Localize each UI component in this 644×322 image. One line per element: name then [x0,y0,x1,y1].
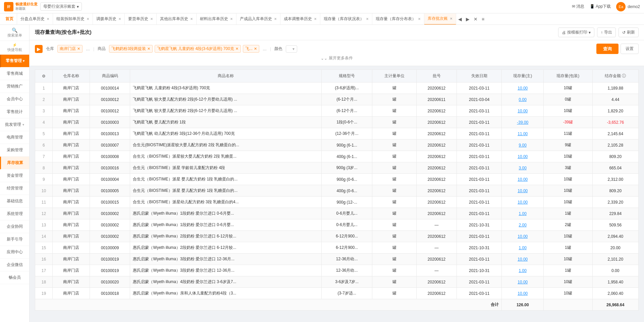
sidebar-item-wholesale[interactable]: 批发管理 ▾ [0,118,29,131]
tab-fenPan[interactable]: 分盘点单历史 ✕ [17,13,53,25]
sidebar-item-basic[interactable]: 基础信息 [0,195,29,208]
sidebar-shortcut[interactable]: ⚡ 快捷导航 [0,41,29,55]
sidebar-item-ecommerce[interactable]: 电商管理 [0,131,29,144]
product-tag-1[interactable]: 飞鹤星飞帆 儿童奶粉 4段(3-6岁适用) 700克 ✕ [155,45,241,53]
settings-button[interactable]: 设置 [621,44,639,54]
row-stock-main[interactable]: -39.00 [502,117,544,128]
row-number: 1 [35,83,53,94]
close-icon[interactable]: ✕ [87,17,89,21]
footer-total-balance: 26,968.64 [592,299,638,311]
store-selector[interactable]: 母婴行业演示账套 ▾ [40,2,82,11]
row-unit: 罐 [372,208,417,219]
close-icon[interactable]: ✕ [190,17,193,21]
sidebar-item-retail-mgmt[interactable]: 零售管理 ▾ [0,55,29,67]
sidebar-item-member2[interactable]: 畅会员 [0,271,29,284]
tab-kuCunZhuangKuang[interactable]: 现存量（库存状况表） ✕ [320,13,372,25]
sidebar-item-wechat[interactable]: 企业微信 [0,259,29,271]
remove-product-2-icon[interactable]: ✕ [254,47,257,51]
row-stock-main[interactable]: 10.00 [502,231,544,242]
row-stock-main[interactable]: 3.00 [502,162,544,174]
sidebar-item-retail-stats[interactable]: 零售统计 [0,106,29,118]
close-icon[interactable]: ✕ [230,17,233,21]
table-row: 12南岸门店00100002惠氏启蒙（Wyeth illuma）1段奶粉 爱尔兰… [35,208,639,219]
row-stock-main[interactable]: 10.00 [502,276,544,288]
sidebar-item-finance[interactable]: 资金管理 [0,169,29,182]
sidebar-item-system[interactable]: 系统管理 [0,208,29,220]
sidebar-item-app-center[interactable]: 应用中心 [0,246,29,259]
col-settings[interactable]: ⚙ [35,70,53,83]
app-download[interactable]: 📱 App下载 [590,4,611,9]
tab-prev-btn[interactable]: ◀ [456,16,464,22]
export-icon: ↑ [601,30,603,35]
close-icon[interactable]: ✕ [418,17,421,21]
tab-menu-btn[interactable]: ≡ [480,16,486,22]
row-batch: 20200612 [416,208,457,219]
remove-product-1-icon[interactable]: ✕ [235,47,238,51]
warehouse-tag[interactable]: 南岸门店 ✕ [57,45,83,53]
export-button[interactable]: ↑ 导出 [597,28,616,37]
close-icon[interactable]: ✕ [47,17,49,21]
tab-home[interactable]: 首页 [2,13,17,25]
expand-filter-button[interactable]: ▶ [35,45,43,53]
sidebar-item-operations[interactable]: 经营管理 [0,182,29,195]
tab-chanChengPin[interactable]: 产成品入库单历史 ✕ [236,13,280,25]
color-select[interactable] [286,45,297,53]
row-stock-main[interactable]: 2.00 [502,219,544,231]
row-stock-main[interactable]: 0.00 [502,94,544,105]
close-icon[interactable]: ✕ [366,17,369,21]
row-stock-main[interactable]: 10.00 [502,105,544,117]
row-stock-main[interactable]: 1.00 [502,242,544,254]
tab-cailiaoChuKu[interactable]: 材料出库单历史 ✕ [197,13,236,25]
close-icon[interactable]: ✕ [314,17,317,21]
tab-kuCunPiCi[interactable]: 库存批次账 ✕ [424,13,456,25]
product-tag-0[interactable]: 飞鹤奶粉3段两提装 ✕ [109,45,153,53]
tab-chengBen[interactable]: 成本调整单历史 ✕ [280,13,320,25]
sidebar-item-guide[interactable]: 新手引导 [0,233,29,246]
sidebar-search[interactable]: 🔍 搜索菜单 [0,25,29,41]
expand-conditions-button[interactable]: ⌄⌄ 展开更多条件 [321,55,353,61]
query-button[interactable]: 查询 [596,44,619,54]
tab-qitaChuKu[interactable]: 其他出库单历史 ✕ [157,13,197,25]
row-stock-main[interactable]: 10.00 [502,151,544,162]
tab-diaoBo[interactable]: 调拨单历史 ✕ [93,13,125,25]
row-stock-main[interactable]: 1.00 [502,265,544,276]
row-stock-main[interactable]: 10.00 [502,185,544,197]
row-stock-main[interactable]: 9.00 [502,140,544,151]
more-products-btn[interactable]: … [263,47,267,51]
row-stock-main[interactable]: 10.00 [502,83,544,94]
product-tag-2[interactable]: 飞... ✕ [243,45,259,53]
message-icon[interactable]: ✉ 消息 [572,4,584,9]
remove-product-0-icon[interactable]: ✕ [147,47,150,51]
row-stock-main[interactable]: 1.00 [502,208,544,219]
tab-next-btn[interactable]: ▶ [464,16,472,22]
print-button[interactable]: 🖨 按模板打印 ▾ [558,28,594,37]
row-unit: 罐 [372,151,417,162]
close-icon[interactable]: ✕ [150,17,153,21]
sidebar-item-inventory[interactable]: 库存核算 [0,157,29,169]
tab-kuCunFenBu[interactable]: 现存量（库存分布表） ✕ [372,13,424,25]
sidebar-item-member[interactable]: 会员中心 [0,93,29,106]
row-stock-main[interactable]: 10.00 [502,197,544,208]
table-row: 18南岸门店00100020惠氏启蒙（Wyeth illuma）4段奶粉 爱尔兰… [35,276,639,288]
close-icon[interactable]: ✕ [450,17,452,20]
row-batch: 20200612 [416,174,457,185]
refresh-button[interactable]: ↺ 刷新 [619,28,639,37]
row-stock-main[interactable]: 10.00 [502,174,544,185]
tab-close-all-btn[interactable]: ✕ [472,16,480,22]
remove-warehouse-icon[interactable]: ✕ [77,47,80,51]
row-stock-main[interactable]: 11.00 [502,128,544,140]
row-batch: 20200612 [416,185,457,197]
sidebar-item-purchase[interactable]: 采购管理 [0,144,29,157]
row-stock-main[interactable]: 10.00 [502,288,544,299]
tab-zuZhuang[interactable]: 组装拆卸单历史 ✕ [53,13,93,25]
more-warehouse-btn[interactable]: … [86,47,90,51]
settings-icon[interactable]: ⚙ [42,74,46,78]
row-stock-main[interactable]: 10.00 [502,254,544,265]
close-icon[interactable]: ✕ [274,17,277,21]
row-balance: 809.20 [592,151,638,162]
close-icon[interactable]: ✕ [118,17,121,21]
sidebar-item-marketing[interactable]: 营销推广 [0,80,29,93]
tab-yaoHuo[interactable]: 要货单历史 ✕ [125,13,157,25]
sidebar-item-retail-shop[interactable]: 零售商城 [0,67,29,80]
sidebar-item-cooperation[interactable]: 企业协同 [0,220,29,233]
